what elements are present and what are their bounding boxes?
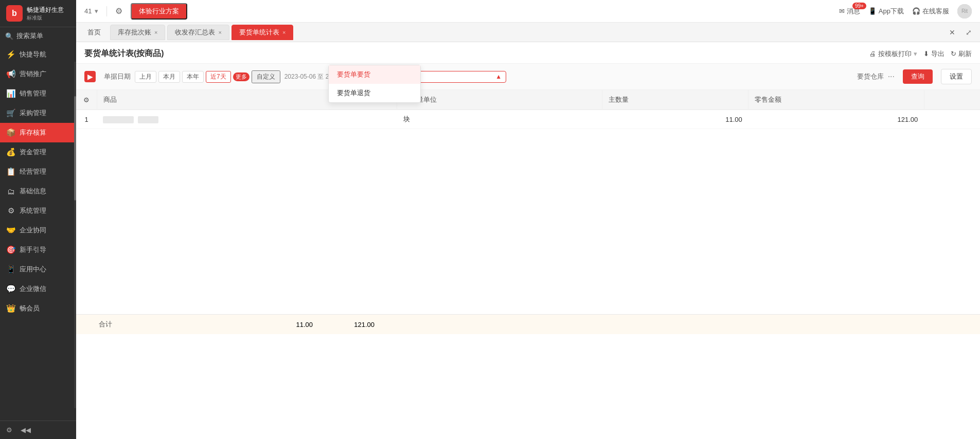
date-btn-7days[interactable]: 近7天 bbox=[206, 71, 231, 83]
td-product bbox=[97, 110, 397, 129]
tab-inventory-batch[interactable]: 库存批次账 × bbox=[110, 25, 165, 40]
tabbar: 首页 库存批次账 × 收发存汇总表 × 要货单统计表 × ✕ ⤢ bbox=[76, 23, 980, 42]
sidebar-bottom: ⚙ ◀◀ bbox=[0, 420, 76, 439]
th-unit: 主计量单位 bbox=[397, 90, 602, 110]
sidebar-item-guide[interactable]: 🎯 新手引导 bbox=[0, 240, 76, 260]
trial-button[interactable]: 体验行业方案 bbox=[131, 3, 187, 20]
table-footer: 合计 11.00 121.00 bbox=[76, 314, 980, 334]
td-extra bbox=[924, 110, 980, 129]
service-icon: 🎧 bbox=[912, 7, 920, 15]
sidebar-scroll-thumb bbox=[74, 96, 76, 200]
topbar: 41 ▾ ⚙ 体验行业方案 ✉ 消息 99+ 📱 App下载 🎧 在线客服 Ri… bbox=[76, 0, 980, 23]
sidebar-item-inventory[interactable]: 📦 库存核算 bbox=[0, 123, 76, 142]
dropdown-item-order-goods[interactable]: 要货单要货 bbox=[329, 65, 420, 84]
app-logo-icon: b bbox=[6, 5, 23, 22]
sales-icon: 📊 bbox=[6, 89, 15, 98]
content-spacer bbox=[76, 129, 980, 314]
date-more-badge[interactable]: 更多 bbox=[233, 72, 250, 81]
data-table: ⚙ 商品 主计量单位 主数量 零售金额 1 bbox=[76, 90, 980, 129]
message-button[interactable]: ✉ 消息 99+ bbox=[839, 7, 860, 16]
chevron-down-icon: ▾ bbox=[95, 7, 98, 15]
dropdown-item-order-return[interactable]: 要货单退货 bbox=[329, 84, 420, 102]
warehouse-filter-group: 要货仓库 ··· bbox=[857, 72, 895, 81]
query-button[interactable]: 查询 bbox=[903, 69, 933, 84]
page-title: 要货单统计表(按商品) bbox=[84, 48, 164, 59]
tab-order-summary[interactable]: 要货单统计表 × bbox=[231, 25, 293, 40]
tab-close-inventory-batch[interactable]: × bbox=[154, 29, 157, 35]
th-amount: 零售金额 bbox=[749, 90, 924, 110]
td-unit: 块 bbox=[397, 110, 602, 129]
refresh-button[interactable]: ↻ 刷新 bbox=[951, 49, 972, 59]
page-inner: 要货单统计表(按商品) 🖨 按模板打印 ▾ ⬇ 导出 ↻ 刷新 bbox=[76, 42, 980, 439]
tab-close-order-summary[interactable]: × bbox=[282, 29, 286, 35]
export-icon: ⬇ bbox=[923, 50, 929, 58]
td-qty: 11.00 bbox=[602, 110, 749, 129]
user-avatar[interactable]: Rit bbox=[957, 4, 972, 19]
date-btn-this-year[interactable]: 本年 bbox=[182, 71, 204, 83]
topbar-company[interactable]: 41 ▾ bbox=[84, 7, 98, 15]
date-btn-last-month[interactable]: 上月 bbox=[135, 71, 156, 83]
main-content: 41 ▾ ⚙ 体验行业方案 ✉ 消息 99+ 📱 App下载 🎧 在线客服 Ri… bbox=[76, 0, 980, 439]
search-icon: 🔍 bbox=[5, 32, 13, 40]
th-settings[interactable]: ⚙ bbox=[76, 90, 97, 110]
sidebar-settings-btn[interactable]: ⚙ bbox=[6, 426, 12, 434]
tab-home[interactable]: 首页 bbox=[80, 25, 108, 40]
sidebar-item-enterprise[interactable]: 🤝 企业协同 bbox=[0, 221, 76, 240]
th-qty: 主数量 bbox=[602, 90, 749, 110]
enterprise-icon: 🤝 bbox=[6, 226, 15, 235]
sidebar-item-finance[interactable]: 💰 资金管理 bbox=[0, 142, 76, 162]
vip-icon: 👑 bbox=[6, 304, 15, 313]
message-icon: ✉ bbox=[839, 7, 845, 15]
type-dropdown-arrow[interactable]: ▲ bbox=[495, 73, 502, 80]
footer-label: 合计 bbox=[99, 320, 202, 329]
sidebar-collapse-btn[interactable]: ◀◀ bbox=[21, 426, 31, 434]
date-filter-group: 单据日期 上月 本月 本年 近7天 更多 自定义 2023-05-06 至 20… bbox=[104, 70, 357, 83]
topbar-settings-icon[interactable]: ⚙ bbox=[115, 6, 122, 16]
sidebar-item-wechat[interactable]: 💬 企业微信 bbox=[0, 279, 76, 299]
sidebar-item-basic-info[interactable]: 🗂 基础信息 bbox=[0, 181, 76, 201]
sidebar-scrollbar bbox=[74, 62, 76, 408]
print-icon: 🖨 bbox=[869, 50, 876, 58]
guide-icon: 🎯 bbox=[6, 245, 15, 254]
tabbar-expand-btn[interactable]: ⤢ bbox=[961, 25, 976, 40]
type-filter-group: 单据类型 ▲ bbox=[365, 71, 849, 83]
warehouse-more-btn[interactable]: ··· bbox=[888, 72, 895, 81]
date-btn-this-month[interactable]: 本月 bbox=[158, 71, 180, 83]
type-dropdown-menu: 要货单要货 要货单退货 bbox=[328, 65, 421, 103]
filter-settings-button[interactable]: 设置 bbox=[941, 69, 972, 84]
sidebar-item-app-center[interactable]: 📱 应用中心 bbox=[0, 260, 76, 279]
sidebar-item-vip[interactable]: 👑 畅会员 bbox=[0, 299, 76, 318]
sidebar-item-purchase[interactable]: 🛒 采购管理 bbox=[0, 103, 76, 123]
wechat-icon: 💬 bbox=[6, 284, 15, 294]
sidebar-item-quick-nav[interactable]: ⚡ 快捷导航 bbox=[0, 45, 76, 64]
inventory-icon: 📦 bbox=[6, 128, 15, 137]
print-button[interactable]: 🖨 按模板打印 ▾ bbox=[869, 49, 917, 59]
tab-close-receive-summary[interactable]: × bbox=[218, 29, 221, 35]
table-row: 1 块 11.00 121.00 bbox=[76, 110, 980, 129]
topbar-right: ✉ 消息 99+ 📱 App下载 🎧 在线客服 Rit bbox=[839, 4, 972, 19]
product-placeholder2 bbox=[138, 116, 158, 123]
filter-expand-btn[interactable]: ▶ bbox=[84, 71, 96, 82]
refresh-icon: ↻ bbox=[951, 50, 956, 58]
sidebar-item-operations[interactable]: 📋 经营管理 bbox=[0, 162, 76, 181]
app-download-button[interactable]: 📱 App下载 bbox=[868, 7, 904, 16]
sidebar-search[interactable]: 🔍 搜索菜单 bbox=[0, 27, 76, 45]
online-service-button[interactable]: 🎧 在线客服 bbox=[912, 7, 949, 16]
date-filter-buttons: 上月 本月 本年 近7天 更多 自定义 bbox=[135, 70, 280, 83]
app-center-icon: 📱 bbox=[6, 265, 15, 274]
td-amount: 121.00 bbox=[749, 110, 924, 129]
purchase-icon: 🛒 bbox=[6, 108, 15, 118]
footer-qty: 11.00 bbox=[263, 321, 325, 328]
download-icon: 📱 bbox=[868, 7, 877, 15]
sidebar: b 畅捷通好生意 标准版 🔍 搜索菜单 ⚡ 快捷导航 📢 营销推广 📊 销售管理… bbox=[0, 0, 76, 439]
date-btn-custom[interactable]: 自定义 bbox=[252, 70, 280, 83]
tabbar-close-btn[interactable]: ✕ bbox=[945, 25, 959, 40]
page-header: 要货单统计表(按商品) 🖨 按模板打印 ▾ ⬇ 导出 ↻ 刷新 bbox=[76, 42, 980, 64]
sidebar-item-sales[interactable]: 📊 销售管理 bbox=[0, 84, 76, 103]
finance-icon: 💰 bbox=[6, 148, 15, 157]
export-button[interactable]: ⬇ 导出 bbox=[923, 49, 945, 59]
sidebar-item-marketing[interactable]: 📢 营销推广 bbox=[0, 64, 76, 84]
tab-receive-summary[interactable]: 收发存汇总表 × bbox=[167, 25, 229, 40]
sidebar-item-system[interactable]: ⚙ 系统管理 bbox=[0, 201, 76, 221]
product-placeholder bbox=[103, 116, 134, 123]
